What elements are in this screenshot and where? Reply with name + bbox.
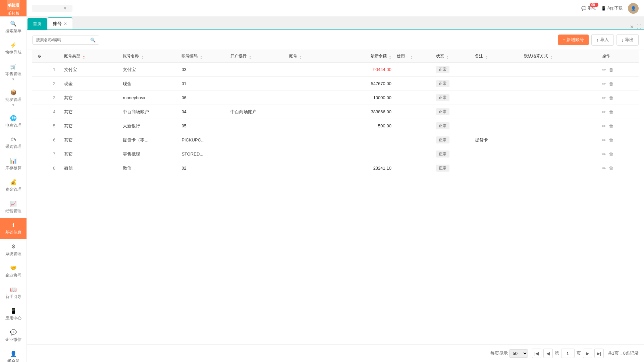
message-icon: 💬 (581, 6, 586, 11)
sidebar-item-wholesale[interactable]: 📦 批发管理 ▼ (0, 85, 26, 111)
th-balance[interactable]: 最新余额 (335, 50, 394, 63)
edit-icon-3[interactable]: ✏ (602, 109, 606, 115)
next-page-button[interactable]: ▶ (583, 349, 592, 358)
delete-icon-5[interactable]: 🗑 (609, 137, 613, 143)
sidebar-item-guide[interactable]: 📖 新手引导 (0, 282, 26, 304)
last-page-button[interactable]: ▶| (594, 349, 604, 358)
topbar-left: ▼ (32, 5, 72, 12)
th-status[interactable]: 状态 (433, 50, 473, 63)
tab-expand-icon[interactable]: ⛶ (637, 24, 641, 29)
row-num-0: 1 (47, 63, 62, 77)
message-button[interactable]: 💬 消息 99+ (581, 5, 596, 11)
edit-icon-2[interactable]: ✏ (602, 95, 606, 101)
row-name-3: 中百商场账户 (120, 105, 179, 119)
edit-icon-4[interactable]: ✏ (602, 123, 606, 129)
add-account-button[interactable]: + 新增账号 (558, 35, 589, 45)
tab-home[interactable]: 首页 (28, 18, 47, 29)
th-bank[interactable]: 开户银行 (228, 50, 286, 63)
sidebar-label-basic-info: 基础信息 (5, 230, 21, 235)
table-header-row: ⚙ 账号类型 账号名称 (32, 50, 639, 63)
th-type[interactable]: 账号类型 (61, 50, 120, 63)
edit-icon-0[interactable]: ✏ (602, 67, 606, 72)
sidebar-item-basic-info[interactable]: ℹ 基础信息 (0, 218, 26, 239)
delete-icon-6[interactable]: 🗑 (609, 152, 613, 157)
table-row: 2 现金 现金 01 547670.00 正常 ✏ 🗑 (32, 77, 639, 91)
sidebar-item-finance[interactable]: 💰 资金管理 (0, 175, 26, 196)
import-button[interactable]: ↑ 导入 (591, 34, 614, 46)
th-name[interactable]: 账号名称 (120, 50, 179, 63)
row-status-4: 正常 (433, 119, 473, 133)
row-settlement-2 (521, 91, 599, 105)
edit-icon-1[interactable]: ✏ (602, 81, 606, 86)
th-settings[interactable]: ⚙ (32, 50, 47, 63)
row-type-2: 其它 (61, 91, 120, 105)
search-box[interactable]: 🔍 (32, 36, 99, 45)
total-info: 共1页，8条记录 (608, 350, 639, 356)
th-note[interactable]: 备注 (472, 50, 521, 63)
th-code[interactable]: 账号编码 (179, 50, 228, 63)
row-num-6: 7 (47, 147, 62, 161)
topbar-search-input[interactable] (35, 6, 62, 11)
row-type-3: 其它 (61, 105, 120, 119)
tab-close-all-icon[interactable]: ✕ (630, 24, 634, 29)
sidebar-item-enterprise-agreement[interactable]: 🤝 企业协同 (0, 261, 26, 282)
export-button[interactable]: ↓ 导出 (616, 34, 639, 46)
action-icons-3: ✏ 🗑 (602, 109, 636, 115)
sidebar-item-retail[interactable]: 🛒 零售管理 ▼ (0, 59, 26, 85)
th-account[interactable]: 账号 (286, 50, 335, 63)
row-code-6: STORED... (179, 147, 228, 161)
page-number-input[interactable] (561, 349, 575, 358)
th-actions-label: 操作 (602, 54, 610, 58)
sort-status-down-icon (446, 58, 449, 59)
row-num-5: 6 (47, 133, 62, 147)
sidebar-item-purchase[interactable]: 🛍 采购管理 (0, 132, 26, 154)
app-download-button[interactable]: 📱 App下载 (601, 5, 623, 11)
tab-close-icon[interactable]: ✕ (64, 21, 67, 26)
row-note-6 (472, 147, 521, 161)
sidebar-item-enterprise-wechat[interactable]: 💬 企业微信 (0, 325, 26, 347)
sort-note-up-icon (485, 56, 488, 57)
row-account-6 (286, 147, 335, 161)
sidebar-item-app-center[interactable]: 📱 应用中心 (0, 304, 26, 325)
th-use[interactable]: 使用... (394, 50, 433, 63)
sidebar-item-operations[interactable]: 📈 经营管理 (0, 196, 26, 218)
prev-page-button[interactable]: ◀ (543, 349, 553, 358)
row-type-1: 现金 (61, 77, 120, 91)
row-settings-0 (32, 63, 47, 77)
delete-icon-2[interactable]: 🗑 (609, 95, 613, 101)
table-footer: 每页显示 50 100 200 |◀ ◀ 第 页 ▶ ▶| 共1页，8条记录 (27, 344, 644, 362)
edit-icon-6[interactable]: ✏ (602, 152, 606, 157)
row-settings-6 (32, 147, 47, 161)
search-input[interactable] (36, 38, 88, 42)
th-settlement[interactable]: 默认结算方式 (521, 50, 599, 63)
topbar-search-box[interactable]: ▼ (32, 5, 72, 12)
tab-account[interactable]: 账号 ✕ (48, 17, 72, 29)
sidebar-item-quick-nav[interactable]: ⚡ 快捷导航 (0, 38, 26, 59)
delete-icon-7[interactable]: 🗑 (609, 166, 613, 171)
sidebar-item-search[interactable]: 🔍 搜索菜单 (0, 16, 26, 38)
delete-icon-3[interactable]: 🗑 (609, 109, 613, 115)
sidebar-label-search: 搜索菜单 (5, 28, 21, 34)
first-page-button[interactable]: |◀ (532, 349, 541, 358)
sidebar-label-wholesale: 批发管理 (5, 97, 21, 103)
sort-account-icons (299, 56, 302, 59)
delete-icon-1[interactable]: 🗑 (609, 81, 613, 86)
page-prefix-label: 第 (555, 350, 559, 356)
per-page-select[interactable]: 50 100 200 (509, 349, 528, 358)
sidebar-item-system[interactable]: ⚙ 系统管理 (0, 239, 26, 261)
delete-icon-0[interactable]: 🗑 (609, 67, 613, 72)
sidebar-item-ecommerce[interactable]: 🌐 电商管理 (0, 111, 26, 132)
sort-code-up-icon (200, 56, 203, 57)
row-use-5 (394, 133, 433, 147)
sidebar-item-member[interactable]: 👤 畅会员 (0, 347, 26, 362)
sidebar-label-quick-nav: 快捷导航 (5, 50, 21, 55)
user-avatar[interactable]: 👤 (628, 3, 639, 14)
sort-use-down-icon (410, 58, 413, 59)
edit-icon-7[interactable]: ✏ (602, 166, 606, 171)
action-icons-7: ✏ 🗑 (602, 166, 636, 171)
sidebar-item-inventory[interactable]: 📊 库存核算 (0, 154, 26, 175)
action-icons-2: ✏ 🗑 (602, 95, 636, 101)
delete-icon-4[interactable]: 🗑 (609, 123, 613, 129)
sort-account-up-icon (299, 56, 302, 57)
edit-icon-5[interactable]: ✏ (602, 137, 606, 143)
